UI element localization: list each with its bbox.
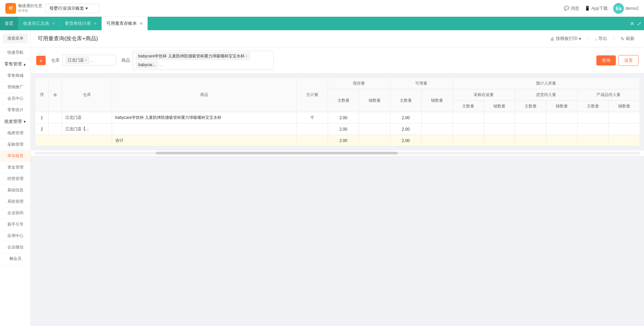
product-more-indicator[interactable]: ... [159, 62, 163, 67]
row1-seq: 1 [35, 112, 49, 124]
row1-production-aux [608, 112, 640, 124]
industry-selector[interactable]: 母婴行业演示账套 ▾ [46, 4, 99, 13]
tab-inventory-close[interactable]: ✕ [140, 21, 143, 26]
sidebar-item-wechat[interactable]: 企业微信 [0, 242, 31, 253]
sidebar-item-inventory-check[interactable]: 库存核算 [0, 150, 31, 162]
sidebar: 搜索菜单 快捷导航 零售管理 ▲ 零售商城 营销推广 会员中心 零售统计 批发管… [0, 30, 31, 326]
tab-orders-close[interactable]: ✕ [94, 21, 97, 26]
tab-home[interactable]: 首页 [0, 17, 18, 30]
product-filter-input[interactable]: babycare学饮杯 儿童防摔防撞吸管杯重力球吸嘴杯宝宝水杯 × babyca… [133, 51, 274, 70]
export-btn[interactable]: ↓ 导出 [592, 34, 610, 43]
th-seq: 序 [35, 78, 49, 112]
warehouse-filter-input[interactable]: 江北门店 × ... [62, 55, 116, 66]
sidebar-item-retail-mall[interactable]: 零售商城 [0, 70, 31, 82]
sidebar-item-marketing[interactable]: 营销推广 [0, 82, 31, 93]
sidebar-item-purchase[interactable]: 采购管理 [0, 139, 31, 150]
purchase-label: 采购管理 [7, 142, 23, 147]
chevron-down-icon: ▾ [579, 36, 581, 41]
row1-purchase-on-way-main [452, 112, 484, 124]
finance-label: 资金管理 [7, 165, 23, 170]
row2-seq: 2 [35, 124, 49, 135]
sidebar-item-newbie[interactable]: 新手引导 [0, 219, 31, 230]
tab-inventory-label: 可用量库存账本 [106, 20, 137, 27]
th-purchase-on-way-aux: 辅数量 [484, 101, 515, 112]
row2-production-main [577, 124, 608, 135]
tab-receipts-close[interactable]: ✕ [52, 21, 55, 26]
divider1 [588, 36, 588, 41]
tab-expand-icon[interactable]: ⤢ [637, 20, 641, 27]
product-filter-group: 商品 babycare学饮杯 儿童防摔防撞吸管杯重力球吸嘴杯宝宝水杯 × bab… [121, 51, 274, 70]
logo-text: 畅捷通好生意 [18, 3, 42, 9]
tab-inventory[interactable]: 可用量库存账本 ✕ [102, 17, 148, 30]
sidebar-item-ecommerce[interactable]: 电商管理 [0, 128, 31, 139]
th-settings[interactable]: ⚙ [49, 78, 62, 112]
sidebar-item-basic-info[interactable]: 基础信息 [0, 185, 31, 196]
th-purchase-in-group: 预计入库量 [452, 78, 640, 89]
footer-p3 [515, 135, 546, 146]
row1-production-main [577, 112, 608, 124]
filter-expand-btn[interactable]: » [36, 56, 46, 65]
row1-incoming-aux [546, 112, 577, 124]
basic-info-label: 基础信息 [7, 188, 23, 192]
query-button[interactable]: 查询 [596, 55, 616, 65]
print-template-btn[interactable]: 🖨 按模板打印 ▾ [547, 34, 584, 43]
row2-settings [49, 124, 62, 135]
message-action[interactable]: 💬 消息 [564, 5, 579, 11]
retail-mall-label: 零售商城 [7, 73, 23, 78]
sidebar-item-operations[interactable]: 经营管理 [0, 173, 31, 185]
sidebar-item-vip[interactable]: 畅会员 [0, 253, 31, 265]
tab-bar-right: ✕ ⤢ [630, 20, 644, 27]
refresh-btn[interactable]: ↻ 刷新 [618, 34, 637, 43]
footer-p1 [452, 135, 484, 146]
tab-close-all-icon[interactable]: ✕ [630, 20, 634, 27]
download-action[interactable]: 📱 App下载 [585, 5, 608, 11]
product-tag1-close[interactable]: × [246, 54, 248, 58]
divider2 [614, 36, 614, 41]
tab-orders[interactable]: 要货单统计表 ✕ [60, 17, 102, 30]
row1-stock-main: 2.00 [328, 112, 359, 124]
warehouse-tag-close[interactable]: × [85, 58, 87, 62]
scroll-thumb[interactable] [156, 152, 398, 154]
th-incoming-group: 进货待入量 [515, 89, 577, 101]
setting-button[interactable]: 设置 [619, 55, 639, 66]
sidebar-search-section: 搜索菜单 [0, 30, 31, 47]
th-purchase-on-way-group: 采购在途量 [452, 89, 515, 101]
filter-actions: 查询 设置 [596, 55, 639, 66]
sidebar-item-finance[interactable]: 资金管理 [0, 162, 31, 173]
user-action[interactable]: Ea demo2 [613, 3, 639, 14]
sidebar-item-enterprise[interactable]: 企业协同 [0, 207, 31, 219]
page-header: 可用量查询(按仓库+商品) 🖨 按模板打印 ▾ ↓ 导出 ↻ 刷新 [31, 30, 644, 47]
row2-purchase-on-way-main [452, 124, 484, 135]
avatar-text: Ea [616, 6, 622, 11]
row2-available-aux [421, 124, 452, 135]
logo-icon: 好 [5, 3, 16, 14]
footer-stock-aux [359, 135, 390, 146]
row1-stock-aux [359, 112, 390, 124]
warehouse-more-indicator[interactable]: ... [91, 58, 94, 63]
printer-icon: 🖨 [550, 36, 554, 41]
search-menu-btn[interactable]: 搜索菜单 [3, 34, 28, 43]
sidebar-item-wholesale-mgmt[interactable]: 批发管理 ▼ [0, 116, 31, 128]
content-area: 可用量查询(按仓库+商品) 🖨 按模板打印 ▾ ↓ 导出 ↻ 刷新 [31, 30, 644, 326]
operations-label: 经营管理 [7, 176, 23, 181]
logo-sub: 标准版 [18, 8, 42, 13]
row1-available-main: 2.00 [390, 112, 421, 124]
scroll-track[interactable] [35, 152, 640, 154]
th-stock-group: 现存量 [328, 78, 390, 89]
sidebar-item-app-center[interactable]: 应用中心 [0, 230, 31, 242]
sidebar-item-system[interactable]: 系统管理 [0, 196, 31, 207]
double-right-icon: » [40, 58, 42, 63]
row2-stock-main: 2.00 [328, 124, 359, 135]
tab-receipts-label: 收发存汇总表 [23, 20, 49, 27]
sidebar-item-member[interactable]: 会员中心 [0, 93, 31, 104]
system-label: 系统管理 [7, 199, 23, 204]
sidebar-item-retail-stats[interactable]: 零售统计 [0, 104, 31, 116]
tab-receipts[interactable]: 收发存汇总表 ✕ [18, 17, 60, 30]
chevron-down-icon: ▾ [86, 6, 88, 11]
app-center-label: 应用中心 [7, 233, 23, 238]
sidebar-item-retail-mgmt[interactable]: 零售管理 ▲ [0, 58, 31, 70]
sidebar-item-quick-nav: 快捷导航 [0, 47, 31, 58]
row1-incoming-main [515, 112, 546, 124]
footer-p5 [577, 135, 608, 146]
row2-purchase-on-way-aux [484, 124, 515, 135]
